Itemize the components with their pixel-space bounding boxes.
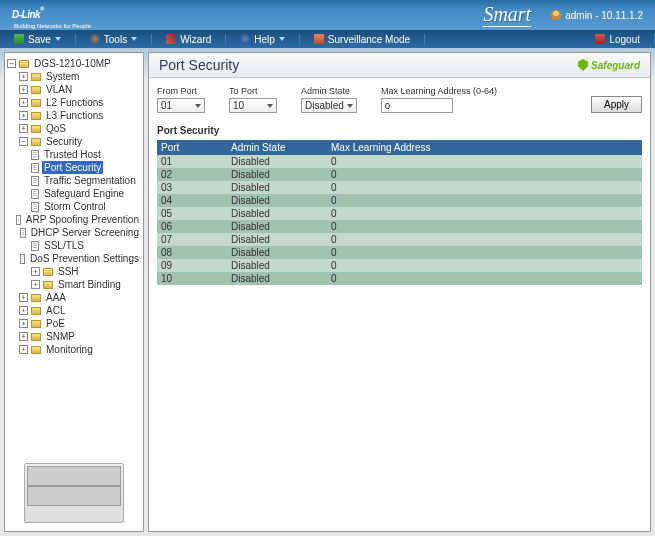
tree-trusted-host[interactable]: Trusted Host — [42, 148, 103, 161]
cell-max: 0 — [327, 259, 642, 272]
table-row[interactable]: 06Disabled0 — [157, 220, 642, 233]
cell-max: 0 — [327, 220, 642, 233]
page-header: Port Security Safeguard — [149, 53, 650, 78]
logout-icon — [595, 34, 605, 44]
tree-acl[interactable]: ACL — [44, 304, 67, 317]
expand-icon[interactable]: + — [19, 98, 28, 107]
folder-icon — [43, 268, 53, 276]
tree-snmp[interactable]: SNMP — [44, 330, 77, 343]
max-learn-input[interactable] — [381, 98, 453, 113]
cell-max: 0 — [327, 246, 642, 259]
expand-icon[interactable]: + — [19, 332, 28, 341]
tree-vlan[interactable]: VLAN — [44, 83, 74, 96]
menubar: Save Tools Wizard Help Surveillance Mode… — [0, 30, 655, 48]
folder-icon — [31, 333, 41, 341]
page-title: Port Security — [159, 57, 239, 73]
table-row[interactable]: 09Disabled0 — [157, 259, 642, 272]
tree-safeguard[interactable]: Safeguard Engine — [42, 187, 126, 200]
tree-l2[interactable]: L2 Functions — [44, 96, 105, 109]
expand-icon[interactable]: + — [31, 267, 40, 276]
folder-icon — [31, 86, 41, 94]
chevron-down-icon — [55, 37, 61, 41]
tree-ssh[interactable]: SSH — [56, 265, 81, 278]
cell-max: 0 — [327, 272, 642, 285]
th-max: Max Learning Address — [327, 140, 642, 155]
cell-admin: Disabled — [227, 207, 327, 220]
tree-arp[interactable]: ARP Spoofing Prevention — [24, 213, 141, 226]
floppy-icon — [14, 34, 24, 44]
cell-admin: Disabled — [227, 233, 327, 246]
expand-icon[interactable]: + — [19, 72, 28, 81]
menu-save[interactable]: Save — [0, 34, 76, 45]
folder-icon — [31, 125, 41, 133]
tree-storm[interactable]: Storm Control — [42, 200, 108, 213]
chevron-down-icon — [347, 104, 353, 108]
chevron-down-icon — [279, 37, 285, 41]
expand-icon[interactable]: + — [19, 345, 28, 354]
expand-icon[interactable]: + — [19, 124, 28, 133]
menu-wizard[interactable]: Wizard — [152, 34, 226, 45]
cell-admin: Disabled — [227, 168, 327, 181]
tree-traffic-seg[interactable]: Traffic Segmentation — [42, 174, 138, 187]
folder-icon — [31, 73, 41, 81]
menu-logout[interactable]: Logout — [581, 34, 655, 45]
admin-state-select[interactable]: Disabled — [301, 98, 357, 113]
cell-admin: Disabled — [227, 220, 327, 233]
menu-surveillance[interactable]: Surveillance Mode — [300, 34, 425, 45]
table-row[interactable]: 02Disabled0 — [157, 168, 642, 181]
page-icon — [31, 176, 39, 186]
menu-help[interactable]: Help — [226, 34, 300, 45]
to-port-select[interactable]: 10 — [229, 98, 277, 113]
help-icon — [240, 34, 250, 44]
cell-admin: Disabled — [227, 259, 327, 272]
apply-button[interactable]: Apply — [591, 96, 642, 113]
tree-system[interactable]: System — [44, 70, 81, 83]
header: D-Link® Building Networks for People Sma… — [0, 0, 655, 30]
table-row[interactable]: 05Disabled0 — [157, 207, 642, 220]
cell-admin: Disabled — [227, 181, 327, 194]
cell-port: 09 — [157, 259, 227, 272]
cell-port: 05 — [157, 207, 227, 220]
page-icon — [20, 228, 25, 238]
expand-icon[interactable]: + — [19, 111, 28, 120]
table-row[interactable]: 01Disabled0 — [157, 155, 642, 168]
folder-icon — [31, 294, 41, 302]
tree-aaa[interactable]: AAA — [44, 291, 68, 304]
tree-port-security[interactable]: Port Security — [42, 161, 103, 174]
tree-qos[interactable]: QoS — [44, 122, 68, 135]
tree-smart-binding[interactable]: Smart Binding — [56, 278, 123, 291]
expand-icon[interactable]: − — [7, 59, 16, 68]
surveillance-icon — [314, 34, 324, 44]
cell-port: 01 — [157, 155, 227, 168]
table-row[interactable]: 07Disabled0 — [157, 233, 642, 246]
menu-tools[interactable]: Tools — [76, 34, 152, 45]
tree-poe[interactable]: PoE — [44, 317, 67, 330]
tree-device[interactable]: DGS-1210-10MP — [32, 57, 113, 70]
tree-ssl[interactable]: SSL/TLS — [42, 239, 86, 252]
collapse-icon[interactable]: − — [19, 137, 28, 146]
table-row[interactable]: 08Disabled0 — [157, 246, 642, 259]
folder-icon — [31, 320, 41, 328]
expand-icon[interactable]: + — [19, 306, 28, 315]
page-icon — [31, 202, 39, 212]
table-row[interactable]: 10Disabled0 — [157, 272, 642, 285]
expand-icon[interactable]: + — [19, 85, 28, 94]
sidebar: −DGS-1210-10MP +System +VLAN +L2 Functio… — [4, 52, 144, 532]
table-row[interactable]: 04Disabled0 — [157, 194, 642, 207]
expand-icon[interactable]: + — [19, 319, 28, 328]
tree-monitoring[interactable]: Monitoring — [44, 343, 95, 356]
cell-port: 10 — [157, 272, 227, 285]
tree-l3[interactable]: L3 Functions — [44, 109, 105, 122]
table-row[interactable]: 03Disabled0 — [157, 181, 642, 194]
main-panel: Port Security Safeguard From Port 01 To … — [148, 52, 651, 532]
expand-icon[interactable]: + — [31, 280, 40, 289]
expand-icon[interactable]: + — [19, 293, 28, 302]
from-port-select[interactable]: 01 — [157, 98, 205, 113]
page-icon — [31, 189, 39, 199]
tree-security[interactable]: Security — [44, 135, 84, 148]
tree-dhcp[interactable]: DHCP Server Screening — [29, 226, 141, 239]
tree-dos[interactable]: DoS Prevention Settings — [28, 252, 141, 265]
admin-state-label: Admin State — [301, 86, 357, 96]
device-image — [5, 455, 143, 531]
tagline: Building Networks for People — [14, 23, 91, 29]
